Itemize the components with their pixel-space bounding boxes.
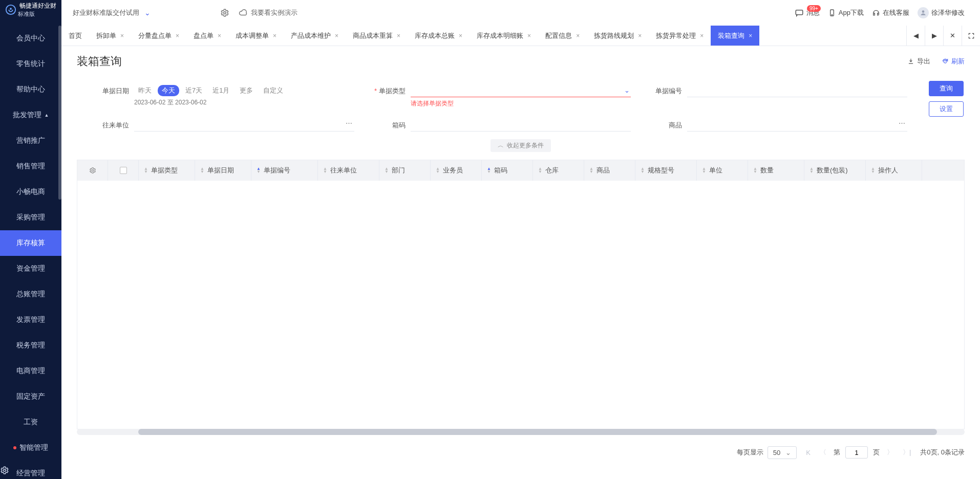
close-icon[interactable]: × — [335, 32, 338, 39]
sidebar-item-7[interactable]: 采购管理 — [0, 205, 61, 230]
tab-8[interactable]: 库存成本明细账× — [470, 26, 538, 46]
customer-service-button[interactable]: 在线客服 — [872, 8, 909, 17]
more-icon[interactable]: ⋯ — [899, 119, 906, 127]
close-icon[interactable]: × — [120, 32, 124, 39]
tab-0[interactable]: 首页 — [61, 26, 89, 46]
tab-12[interactable]: 装箱查询× — [711, 26, 759, 46]
column-header-7[interactable]: ▲▼仓库 — [533, 160, 584, 181]
settings-gear-icon[interactable] — [0, 466, 61, 475]
tab-3[interactable]: 盘点单× — [186, 26, 228, 46]
tab-10[interactable]: 拣货路线规划× — [587, 26, 649, 46]
tab-11[interactable]: 拣货异常处理× — [649, 26, 711, 46]
date-quick-5[interactable]: 自定义 — [259, 85, 287, 96]
page-next-button[interactable]: 〉 — [885, 447, 896, 458]
column-header-5[interactable]: ▲▼业务员 — [431, 160, 482, 181]
date-quick-3[interactable]: 近1月 — [208, 85, 233, 96]
close-icon[interactable]: × — [459, 32, 462, 39]
horizontal-scrollbar[interactable] — [77, 429, 965, 435]
page-total-text: 共0页, 0条记录 — [920, 448, 965, 457]
sidebar-item-14[interactable]: 固定资产 — [0, 384, 61, 409]
close-icon[interactable]: × — [749, 32, 752, 39]
date-quick-4[interactable]: 更多 — [236, 85, 257, 96]
scrollbar-thumb[interactable] — [138, 429, 937, 435]
sidebar-item-6[interactable]: 小畅电商 — [0, 179, 61, 205]
sidebar-item-11[interactable]: 发票管理 — [0, 307, 61, 333]
date-quick-2[interactable]: 近7天 — [181, 85, 206, 96]
demo-link[interactable]: 我要看实例演示 — [239, 8, 297, 17]
date-quick-1[interactable]: 今天 — [158, 85, 179, 96]
close-icon[interactable]: × — [273, 32, 276, 39]
close-icon[interactable]: × — [176, 32, 179, 39]
column-header-2[interactable]: ▲▼单据编号 — [251, 160, 318, 181]
sidebar-item-10[interactable]: 总账管理 — [0, 281, 61, 307]
product-input[interactable]: ⋯ — [687, 119, 907, 132]
partner-input[interactable]: ⋯ — [134, 119, 354, 132]
sidebar-item-8[interactable]: 库存核算 — [0, 230, 61, 256]
more-icon[interactable]: ⋯ — [346, 119, 353, 127]
sidebar-item-0[interactable]: 会员中心 — [0, 26, 61, 51]
tabs-next-button[interactable]: ▶ — [925, 26, 943, 46]
close-icon[interactable]: × — [397, 32, 400, 39]
column-header-9[interactable]: ▲▼规格型号 — [635, 160, 697, 181]
sidebar-item-5[interactable]: 销售管理 — [0, 154, 61, 179]
tab-1[interactable]: 拆卸单× — [89, 26, 131, 46]
close-icon[interactable]: × — [218, 32, 221, 39]
close-icon[interactable]: × — [527, 32, 531, 39]
column-header-1[interactable]: ▲▼单据日期 — [195, 160, 251, 181]
column-header-8[interactable]: ▲▼商品 — [584, 160, 635, 181]
sidebar-item-1[interactable]: 零售统计 — [0, 51, 61, 77]
sort-icon: ▲▼ — [144, 167, 148, 173]
tabs-prev-button[interactable]: ◀ — [906, 26, 925, 46]
org-picker[interactable]: 好业财标准版交付试用 ⌄ — [61, 8, 220, 17]
close-icon[interactable]: × — [638, 32, 642, 39]
column-header-12[interactable]: ▲▼数量(包装) — [804, 160, 866, 181]
column-header-10[interactable]: ▲▼单位 — [697, 160, 748, 181]
tab-5[interactable]: 产品成本维护× — [284, 26, 346, 46]
column-header-13[interactable]: ▲▼操作人 — [866, 160, 922, 181]
app-download-button[interactable]: App下载 — [828, 8, 864, 17]
org-settings-icon[interactable] — [220, 8, 229, 17]
column-label: 数量 — [760, 166, 774, 175]
page-first-button[interactable]: K — [804, 448, 813, 458]
sidebar-item-15[interactable]: 工资 — [0, 409, 61, 435]
filter-settings-button[interactable]: 设置 — [929, 101, 964, 117]
column-settings-button[interactable] — [77, 160, 108, 181]
column-header-6[interactable]: ▲▼箱码 — [482, 160, 533, 181]
tab-2[interactable]: 分量盘点单× — [131, 26, 186, 46]
user-menu[interactable]: 徐泽华修改 — [918, 7, 965, 18]
tab-9[interactable]: 配置信息× — [538, 26, 587, 46]
column-header-4[interactable]: ▲▼部门 — [379, 160, 431, 181]
refresh-button[interactable]: 刷新 — [942, 57, 965, 66]
messages-button[interactable]: 消息 99+ — [795, 8, 820, 17]
tab-6[interactable]: 商品成本重算× — [346, 26, 408, 46]
search-button[interactable]: 查询 — [929, 81, 964, 96]
page-prev-button[interactable]: 〈 — [818, 447, 828, 458]
tab-4[interactable]: 成本调整单× — [228, 26, 284, 46]
collapse-filters[interactable]: ︿ 收起更多条件 — [77, 139, 965, 152]
export-button[interactable]: 导出 — [907, 57, 930, 66]
fullscreen-button[interactable] — [962, 26, 980, 46]
sidebar-item-9[interactable]: 资金管理 — [0, 256, 61, 281]
doc-number-input[interactable] — [687, 85, 907, 97]
page-number-input[interactable] — [845, 446, 868, 459]
close-icon[interactable]: × — [576, 32, 580, 39]
sort-icon: ▲▼ — [702, 167, 706, 173]
tabs-close-button[interactable]: ✕ — [943, 26, 962, 46]
sidebar-item-2[interactable]: 帮助中心 — [0, 77, 61, 102]
sidebar-item-3[interactable]: 批发管理 — [0, 102, 61, 128]
close-icon[interactable]: × — [700, 32, 704, 39]
sidebar-item-12[interactable]: 税务管理 — [0, 333, 61, 358]
doc-type-select[interactable]: ⌄ — [411, 85, 631, 97]
tab-7[interactable]: 库存成本总账× — [408, 26, 470, 46]
sidebar-item-13[interactable]: 电商管理 — [0, 358, 61, 384]
column-header-3[interactable]: ▲▼往来单位 — [318, 160, 379, 181]
page-last-button[interactable]: 〉| — [901, 447, 913, 458]
page-size-select[interactable]: 50 ⌄ — [768, 446, 797, 459]
sidebar-item-16[interactable]: 智能管理 — [0, 435, 61, 461]
column-header-0[interactable]: ▲▼单据类型 — [139, 160, 195, 181]
column-header-11[interactable]: ▲▼数量 — [748, 160, 804, 181]
date-quick-0[interactable]: 昨天 — [134, 85, 156, 96]
sidebar-item-4[interactable]: 营销推广 — [0, 128, 61, 154]
select-all-checkbox[interactable] — [108, 160, 139, 181]
box-code-input[interactable] — [411, 119, 631, 132]
